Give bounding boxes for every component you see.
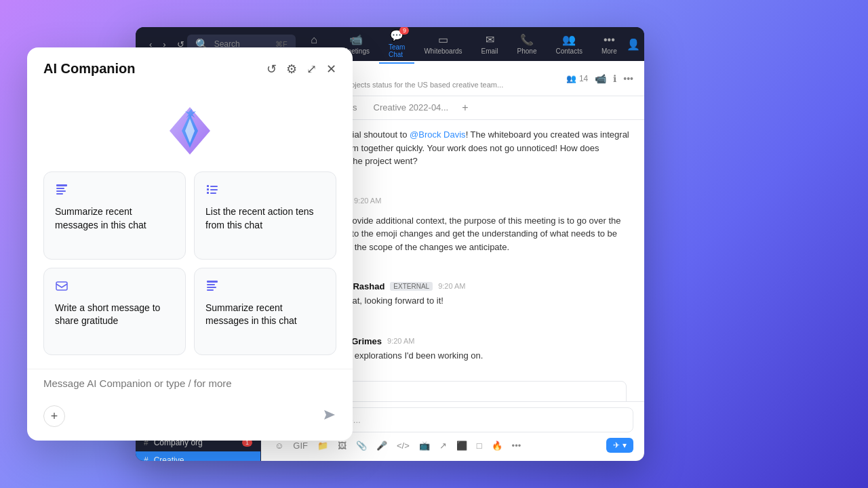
send-icon: ✈ <box>613 441 620 450</box>
svg-rect-8 <box>207 185 209 187</box>
tab-phone-label: Phone <box>517 47 537 55</box>
msg-audio-icon[interactable]: 🎤 <box>374 439 390 452</box>
suggestion-card-summarize-1[interactable]: Summarize recent messages in this chat <box>43 171 186 260</box>
msg-jada-header: JG Jada Grimes 9:20 AM <box>307 333 627 349</box>
more-icon: ••• <box>604 34 615 46</box>
meetings-icon: 📹 <box>349 33 363 46</box>
add-tab-icon[interactable]: + <box>456 96 473 119</box>
msg-whiteboard-icon[interactable]: □ <box>474 439 485 452</box>
ai-input-area[interactable] <box>27 369 353 397</box>
nav-right-icons: 👤 🔔 ⊞ ML <box>627 35 644 54</box>
msg-screen-icon[interactable]: 📺 <box>416 439 433 452</box>
suggestion-text-4: Summarize recent messages in this chat <box>205 302 325 328</box>
msg-jada-content: I'll bring the explorations I'd been wor… <box>307 350 627 361</box>
suggestion-card-summarize-2[interactable]: Summarize recent messages in this chat <box>194 268 336 356</box>
ai-footer: + <box>27 397 353 441</box>
video-call-icon[interactable]: 📹 <box>595 73 606 84</box>
svg-rect-17 <box>207 287 216 288</box>
ai-settings-icon[interactable]: ⚙ <box>286 62 297 77</box>
msg-emoji-icon[interactable]: ☺ <box>272 439 286 452</box>
tab-whiteboards[interactable]: ▭ Whiteboards <box>414 29 471 59</box>
ai-logo-area <box>27 87 353 171</box>
email-icon: ✉ <box>486 33 494 46</box>
tab-contacts[interactable]: 👥 Contacts <box>546 29 591 59</box>
tab-chat-label: Team Chat <box>389 43 405 58</box>
ai-header-icons: ↺ ⚙ ⤢ ✕ <box>267 62 336 77</box>
tab-phone[interactable]: 📞 Phone <box>508 29 547 59</box>
msg-code-icon[interactable]: </> <box>394 439 412 452</box>
reply-box[interactable]: Reply... ☺ ↩ 📎 🎤 </> 😊 ▼ <box>307 381 627 401</box>
mention-brock: @Brock Davis <box>410 129 466 140</box>
msg-fire-icon[interactable]: 🔥 <box>489 439 505 452</box>
msg-arrow-icon[interactable]: ↗ <box>437 439 450 452</box>
send-icon-svg <box>321 407 336 422</box>
home-icon: ⌂ <box>311 34 317 46</box>
time-nabil: 9:20 AM <box>438 282 465 290</box>
more-options-icon[interactable]: ••• <box>623 73 633 84</box>
tab-contacts-label: Contacts <box>555 47 582 55</box>
info-icon[interactable]: ℹ <box>613 73 616 84</box>
ai-companion-panel: AI Companion ↺ ⚙ ⤢ ✕ <box>27 47 353 441</box>
sidebar-channel-creative: Creative <box>154 455 252 461</box>
tab-team-chat[interactable]: 💬 Team Chat 9 <box>379 27 414 64</box>
plus-icon: + <box>51 409 58 424</box>
suggestion-icon-4 <box>205 279 325 296</box>
tab-email[interactable]: ✉ Email <box>472 29 508 59</box>
member-count: 👥 14 <box>566 74 588 83</box>
svg-rect-6 <box>56 190 66 192</box>
tab-more[interactable]: ••• More <box>592 30 627 59</box>
msg-nabil-content: Sounds great, looking forward to it! <box>307 296 627 306</box>
svg-rect-11 <box>210 189 218 190</box>
tab-creative[interactable]: Creative 2022-04... <box>366 97 457 119</box>
chat-header-actions: 👥 14 📹 ℹ ••• <box>566 73 633 84</box>
msg-gif-icon[interactable]: GIF <box>290 439 311 452</box>
phone-icon: 📞 <box>520 33 534 46</box>
ai-send-button[interactable] <box>321 407 336 426</box>
ai-title: AI Companion <box>43 61 136 77</box>
contacts-icon: 👥 <box>562 33 576 46</box>
profile-icon[interactable]: 👤 <box>627 38 640 51</box>
svg-rect-18 <box>207 289 214 291</box>
svg-rect-7 <box>56 193 63 195</box>
suggestion-icon-2 <box>205 183 325 200</box>
ai-logo <box>163 104 217 158</box>
suggestion-card-write-gratitude[interactable]: Write a short message to share gratitude <box>43 268 186 356</box>
svg-rect-10 <box>207 188 209 190</box>
msg-screenshot-icon[interactable]: ⬛ <box>454 439 470 452</box>
suggestion-grid: Summarize recent messages in this chat L… <box>27 171 353 369</box>
tab-email-label: Email <box>481 47 498 55</box>
chat-badge: 9 <box>399 27 409 35</box>
time-jada: 9:20 AM <box>387 337 414 345</box>
whiteboard-icon: ▭ <box>438 33 448 46</box>
svg-rect-13 <box>210 192 216 194</box>
suggestion-card-list-actions[interactable]: List the recent action tens from this ch… <box>194 171 336 260</box>
send-dropdown-icon[interactable]: ▾ <box>623 441 627 450</box>
ai-message-input[interactable] <box>43 378 336 389</box>
suggestion-text-1: Summarize recent messages in this chat <box>55 205 174 232</box>
suggestion-icon-1 <box>55 183 174 200</box>
member-count-number: 14 <box>579 74 588 83</box>
ai-add-button[interactable]: + <box>43 405 65 427</box>
ai-close-icon[interactable]: ✕ <box>326 62 336 77</box>
msg-nabil-header: NR Nabil Rashad EXTERNAL 9:20 AM <box>307 278 627 294</box>
tab-more-label: More <box>601 47 617 55</box>
msg-more-icon[interactable]: ••• <box>509 439 524 452</box>
sidebar-item-creative[interactable]: # Creative <box>136 451 260 461</box>
msg-file-icon[interactable]: 📁 <box>315 439 331 452</box>
svg-rect-4 <box>56 184 67 186</box>
svg-rect-9 <box>210 186 218 187</box>
time-jamil: 9:20 AM <box>354 197 381 205</box>
msg-send-button[interactable]: ✈ ▾ <box>606 438 633 453</box>
ai-history-icon[interactable]: ↺ <box>267 62 277 77</box>
msg-attach-icon[interactable]: 📎 <box>353 439 370 452</box>
ai-expand-icon[interactable]: ⤢ <box>307 62 317 77</box>
suggestion-text-2: List the recent action tens from this ch… <box>205 205 325 232</box>
svg-rect-15 <box>207 281 218 283</box>
msg-image-icon[interactable]: 🖼 <box>335 439 349 452</box>
svg-rect-14 <box>56 282 67 290</box>
svg-rect-16 <box>207 284 215 285</box>
hash-icon-3: # <box>144 455 149 461</box>
svg-rect-5 <box>56 188 64 189</box>
tab-whiteboards-label: Whiteboards <box>424 47 462 55</box>
reply-input[interactable]: Reply... <box>316 387 618 397</box>
